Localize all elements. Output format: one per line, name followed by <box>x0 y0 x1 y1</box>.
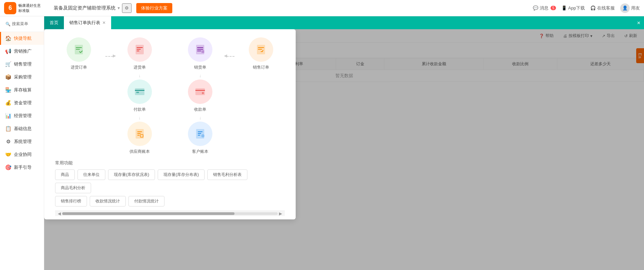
info-icon: 📋 <box>5 126 11 132</box>
sidebar-item-caigou[interactable]: 📦 采购管理 <box>0 71 44 84</box>
top-bar: 6 畅康通好生意 标准版 装备及固定资产辅助管理系统 ▾ ⚙ 体验行业方案 💬 … <box>0 0 644 16</box>
func-btn-xiancunliang1[interactable]: 现存量(库存状况表) <box>108 169 155 180</box>
arrow-1 <box>103 56 116 70</box>
flow-label-jinhuodingdan: 进货订单 <box>71 65 87 70</box>
tab-close-window-icon[interactable]: ✕ <box>633 16 644 29</box>
func-btn-shangpin[interactable]: 商品 <box>55 169 75 180</box>
flow-circle-xiaoshoudingdan <box>249 37 273 62</box>
home-icon: 🏠 <box>5 35 11 41</box>
svg-rect-5 <box>135 88 144 95</box>
flow-row-1: 进货订单 <box>55 37 285 70</box>
func-btn-shangpinmaoli[interactable]: 商品毛利分析 <box>55 183 91 193</box>
flow-item-fukuandan[interactable]: 付款单 <box>116 79 163 112</box>
flow-circle-fukuandan <box>127 79 152 104</box>
sidebar-item-xiaoshou[interactable]: 🛒 销售管理 <box>0 58 44 71</box>
title-dropdown-icon[interactable]: ▾ <box>118 5 120 11</box>
tab-home[interactable]: 首页 <box>44 16 64 29</box>
func-btn-shoukuan[interactable]: 收款情况统计 <box>90 196 126 206</box>
sidebar-search: 🔍 搜索菜单 <box>0 16 44 32</box>
modal-dialog: 进货订单 <box>44 29 296 219</box>
logo-area: 6 畅康通好生意 标准版 <box>4 2 48 14</box>
flow-label-shoukuandan: 收款单 <box>194 107 206 112</box>
user-item[interactable]: 👤 用友 <box>620 3 640 13</box>
guide-icon: 🎯 <box>5 164 11 170</box>
scroll-track[interactable] <box>62 212 278 215</box>
common-funcs-title: 常用功能 <box>55 160 285 166</box>
arrow-row-v2: ↓ ↓ <box>55 115 285 120</box>
collab-icon: 🤝 <box>5 151 11 158</box>
flow-item-kehu[interactable]: 客户账本 <box>176 122 224 155</box>
func-btn-maoli[interactable]: 销售毛利分析表 <box>207 169 247 180</box>
sidebar-item-zijin[interactable]: 💰 资金管理 <box>0 96 44 109</box>
sidebar-item-kuaijie[interactable]: 🏠 快捷导航 <box>0 32 44 45</box>
system-title-text: 装备及固定资产辅助管理系统 <box>54 5 116 11</box>
flow-circle-jinhuodingdan <box>67 37 91 62</box>
download-icon: 📱 <box>561 5 567 11</box>
app-container: 6 畅康通好生意 标准版 装备及固定资产辅助管理系统 ▾ ⚙ 体验行业方案 💬 … <box>0 0 644 270</box>
main-area: 🔍 搜索菜单 🏠 快捷导航 📢 营销推广 🛒 销售管理 📦 采购管理 <box>0 16 644 270</box>
func-btn-xiancunliang2[interactable]: 现存量(库存分布表) <box>158 169 205 180</box>
trial-button[interactable]: 体验行业方案 <box>136 3 172 13</box>
flow-item-gongyingshang[interactable]: 供应商账本 <box>116 122 163 155</box>
flow-label-jinhuodan: 进货单 <box>134 65 146 70</box>
scroll-left-icon[interactable]: ◀ <box>56 211 62 216</box>
tab-close-icon[interactable]: ✕ <box>102 20 106 25</box>
flow-circle-kehu <box>188 122 212 146</box>
finance-icon: 💰 <box>5 100 11 106</box>
svg-point-8 <box>202 92 204 94</box>
settings-button[interactable]: ⚙ <box>122 3 132 13</box>
purchase-icon: 📦 <box>5 74 11 80</box>
func-btn-wanglai[interactable]: 往来单位 <box>77 169 105 180</box>
tab-sales-order[interactable]: 销售订单执行表 ✕ <box>64 16 111 29</box>
flow-circle-jinhuodan <box>127 37 152 62</box>
sidebar-item-xitong[interactable]: ⚙ 系统管理 <box>0 135 44 148</box>
flow-row-3: 供应商账本 客户账本 <box>55 122 285 155</box>
scroll-right-icon[interactable]: ▶ <box>278 211 283 216</box>
message-badge: 5 <box>551 6 556 10</box>
svg-rect-3 <box>202 50 204 53</box>
search-icon: 🔍 <box>5 22 11 26</box>
flow-circle-gongyingshang <box>127 122 152 146</box>
content-wrapper: ❓ 帮助 🖨 按模板打印 ▾ ↗ 导出 ↺ 刷新 <box>44 29 644 270</box>
app-download-item[interactable]: 📱 App下载 <box>561 5 585 11</box>
management-icon: 📊 <box>5 113 11 119</box>
sidebar-item-yingxiao[interactable]: 📢 营销推广 <box>0 45 44 58</box>
svg-rect-7 <box>195 88 205 95</box>
system-icon: ⚙ <box>5 139 11 145</box>
flow-row-2: 付款单 收款单 <box>55 79 285 112</box>
flow-label-fukuandan: 付款单 <box>134 107 146 112</box>
sidebar-item-jichu[interactable]: 📋 基础信息 <box>0 122 44 135</box>
app-logo-icon: 6 <box>4 2 16 14</box>
message-item[interactable]: 💬 消息 5 <box>533 5 556 11</box>
top-bar-right: 💬 消息 5 📱 App下载 🎧 在线客服 👤 用友 <box>533 3 640 13</box>
sidebar-item-xinshou[interactable]: 🎯 新手引导 <box>0 161 44 174</box>
sidebar: 🔍 搜索菜单 🏠 快捷导航 📢 营销推广 🛒 销售管理 📦 采购管理 <box>0 16 44 270</box>
sidebar-item-qiye[interactable]: 🤝 企业协同 <box>0 148 44 161</box>
search-menu-button[interactable]: 🔍 搜索菜单 <box>3 19 41 29</box>
common-funcs: 常用功能 商品 往来单位 现存量(库存状况表) 现存量(库存分布表) 销售毛利分… <box>55 160 285 206</box>
flow-label-xiaoshoudingdan: 销售订单 <box>253 65 269 70</box>
online-service-item[interactable]: 🎧 在线客服 <box>590 5 615 11</box>
sidebar-item-jingying[interactable]: 📊 经营管理 <box>0 109 44 122</box>
flow-item-xiaohuodan[interactable]: 销货单 <box>176 37 224 70</box>
inventory-icon: 🏪 <box>5 87 11 93</box>
svg-point-12 <box>202 134 204 137</box>
flow-item-shoukuandan[interactable]: 收款单 <box>176 79 224 112</box>
func-btn-paihang[interactable]: 销售排行榜 <box>55 196 87 206</box>
flow-item-xiaoshoudingdan[interactable]: 销售订单 <box>237 37 285 70</box>
flow-item-jinhuodan[interactable]: 进货单 <box>116 37 163 70</box>
arrow-2 <box>224 56 237 70</box>
func-btn-fukuan[interactable]: 付款情况统计 <box>128 196 164 206</box>
headset-icon: 🎧 <box>590 5 596 11</box>
flow-circle-shoukuandan <box>188 79 212 104</box>
flow-label-gongyingshang: 供应商账本 <box>129 149 150 155</box>
system-title: 装备及固定资产辅助管理系统 ▾ ⚙ 体验行业方案 <box>48 3 533 13</box>
logo-text: 畅康通好生意 标准版 <box>18 3 41 13</box>
flow-item-jinhuodingdan[interactable]: 进货订单 <box>55 37 103 70</box>
content-area: 首页 销售订单执行表 ✕ ✕ ❓ 帮助 🖨 <box>44 16 644 270</box>
flow-label-kehu: 客户账本 <box>192 149 208 155</box>
sidebar-item-kucun[interactable]: 🏪 库存核算 <box>0 84 44 96</box>
func-buttons: 商品 往来单位 现存量(库存状况表) 现存量(库存分布表) 销售毛利分析表 商品… <box>55 169 285 193</box>
flow-label-xiaohuodan: 销货单 <box>194 65 206 70</box>
message-icon: 💬 <box>533 5 538 11</box>
